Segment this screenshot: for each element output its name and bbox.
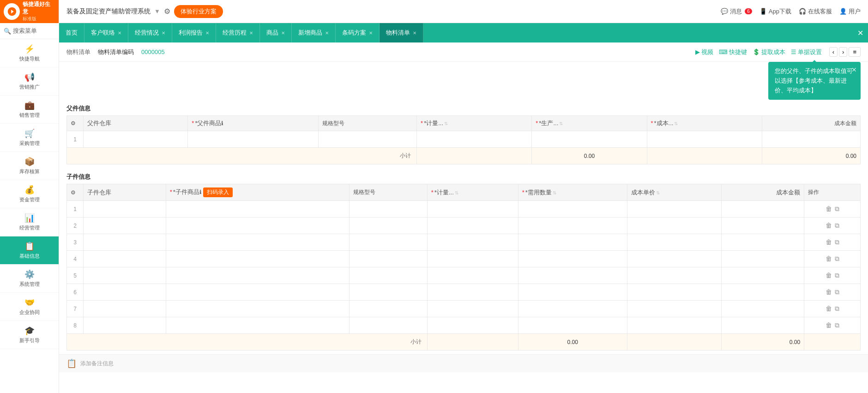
child-warehouse-4[interactable]	[84, 251, 166, 267]
child-unit-cost-5[interactable]	[627, 267, 722, 284]
child-spec-8[interactable]	[350, 317, 427, 334]
cost-action[interactable]: 💲 提取成本	[753, 48, 785, 56]
copy-icon-6[interactable]: ⧉	[835, 288, 839, 296]
copy-icon-5[interactable]: ⧉	[835, 272, 839, 279]
sidebar-item-finance[interactable]: 💰 资金管理	[0, 180, 59, 208]
child-unit-cost-6[interactable]	[627, 284, 722, 301]
child-spec-6[interactable]	[350, 284, 427, 301]
child-spec-4[interactable]	[350, 251, 427, 267]
delete-icon-8[interactable]: 🗑	[826, 321, 832, 329]
child-qty-8[interactable]	[518, 317, 627, 334]
menu-btn[interactable]: ≡	[849, 47, 861, 57]
tab-bom[interactable]: 物料清单 ✕	[380, 23, 423, 42]
view-action[interactable]: ▶ 视频	[695, 48, 713, 56]
child-unit-cost-1[interactable]	[627, 201, 722, 218]
tab-operations[interactable]: 经营情况 ✕	[128, 23, 172, 42]
parent-cost-1[interactable]	[647, 131, 762, 148]
scan-button[interactable]: 扫码录入	[203, 187, 233, 197]
child-product-1[interactable]	[166, 201, 350, 218]
child-warehouse-8[interactable]	[84, 317, 166, 334]
child-unit-8[interactable]	[427, 317, 518, 334]
child-warehouse-3[interactable]	[84, 234, 166, 251]
child-unit-cost-7[interactable]	[627, 301, 722, 317]
sidebar-item-collab[interactable]: 🤝 企业协同	[0, 293, 59, 321]
child-product-4[interactable]	[166, 251, 350, 267]
tab-history[interactable]: 经营历程 ✕	[216, 23, 260, 42]
child-qty-5[interactable]	[518, 267, 627, 284]
child-unit-cost-8[interactable]	[627, 317, 722, 334]
parent-warehouse-1[interactable]	[84, 131, 188, 148]
tab-bom-close[interactable]: ✕	[413, 30, 416, 36]
child-unit-6[interactable]	[427, 284, 518, 301]
parent-product-1[interactable]	[188, 131, 319, 148]
tab-barcode[interactable]: 条码方案 ✕	[336, 23, 380, 42]
child-spec-5[interactable]	[350, 267, 427, 284]
parent-spec-1[interactable]	[318, 131, 416, 148]
child-product-7[interactable]	[166, 301, 350, 317]
tab-product[interactable]: 商品 ✕	[260, 23, 292, 42]
delete-icon-5[interactable]: 🗑	[826, 272, 832, 279]
child-warehouse-5[interactable]	[84, 267, 166, 284]
breadcrumb-item[interactable]: 物料清单	[66, 48, 90, 56]
child-unit-cost-4[interactable]	[627, 251, 722, 267]
sidebar-item-guide[interactable]: 🎓 新手引导	[0, 321, 59, 349]
tab-history-close[interactable]: ✕	[249, 30, 253, 36]
delete-icon-3[interactable]: 🗑	[826, 238, 832, 246]
child-qty-3[interactable]	[518, 234, 627, 251]
copy-icon-4[interactable]: ⧉	[835, 255, 839, 263]
child-product-2[interactable]	[166, 218, 350, 234]
sidebar-item-marketing[interactable]: 📢 营销推广	[0, 67, 59, 96]
delete-icon-6[interactable]: 🗑	[826, 288, 832, 296]
copy-icon-3[interactable]: ⧉	[835, 238, 839, 246]
sidebar-item-inventory[interactable]: 📦 库存核算	[0, 152, 59, 180]
close-all-tabs[interactable]: ✕	[853, 29, 868, 37]
child-unit-3[interactable]	[427, 234, 518, 251]
sidebar-item-sales[interactable]: 💼 销售管理	[0, 96, 59, 124]
child-spec-2[interactable]	[350, 218, 427, 234]
user-action[interactable]: 👤 用户	[839, 7, 861, 16]
child-unit-cost-2[interactable]	[627, 218, 722, 234]
child-qty-4[interactable]	[518, 251, 627, 267]
tab-barcode-close[interactable]: ✕	[369, 30, 373, 36]
tab-profit[interactable]: 利润报告 ✕	[172, 23, 216, 42]
tab-customer[interactable]: 客户联络 ✕	[84, 23, 128, 42]
copy-icon-2[interactable]: ⧉	[835, 222, 839, 230]
sidebar-item-quick[interactable]: ⚡ 快捷导航	[0, 39, 59, 67]
child-product-5[interactable]	[166, 267, 350, 284]
tab-home[interactable]: 首页	[59, 23, 84, 42]
shortcut-action[interactable]: ⌨ 快捷键	[719, 48, 747, 56]
app-download-action[interactable]: 📱 App下载	[760, 7, 791, 16]
child-product-6[interactable]	[166, 284, 350, 301]
child-th-settings[interactable]: ⚙	[67, 184, 84, 201]
child-unit-1[interactable]	[427, 201, 518, 218]
sidebar-item-business[interactable]: 📊 经营管理	[0, 208, 59, 236]
delete-icon-7[interactable]: 🗑	[826, 305, 832, 313]
trial-button[interactable]: 体验行业方案	[174, 5, 223, 18]
tab-customer-close[interactable]: ✕	[118, 30, 121, 36]
settings-action[interactable]: ☰ 单据设置	[791, 48, 822, 56]
child-unit-7[interactable]	[427, 301, 518, 317]
child-product-3[interactable]	[166, 234, 350, 251]
copy-icon-1[interactable]: ⧉	[835, 205, 839, 213]
child-warehouse-6[interactable]	[84, 284, 166, 301]
child-unit-2[interactable]	[427, 218, 518, 234]
next-page-btn[interactable]: ›	[839, 47, 847, 57]
prev-page-btn[interactable]: ‹	[829, 47, 838, 57]
child-unit-4[interactable]	[427, 251, 518, 267]
child-warehouse-7[interactable]	[84, 301, 166, 317]
tab-product-close[interactable]: ✕	[281, 30, 285, 36]
parent-produce-1[interactable]	[532, 131, 647, 148]
child-product-8[interactable]	[166, 317, 350, 334]
child-warehouse-2[interactable]	[84, 218, 166, 234]
tab-operations-close[interactable]: ✕	[162, 30, 165, 36]
child-spec-3[interactable]	[350, 234, 427, 251]
parent-unit-1[interactable]	[417, 131, 532, 148]
message-action[interactable]: 💬 消息 6	[721, 7, 752, 16]
child-spec-7[interactable]	[350, 301, 427, 317]
sidebar-item-system[interactable]: ⚙️ 系统管理	[0, 265, 59, 293]
copy-icon-7[interactable]: ⧉	[835, 305, 839, 313]
sidebar-item-purchase[interactable]: 🛒 采购管理	[0, 124, 59, 152]
sidebar-item-basic[interactable]: 📋 基础信息	[0, 236, 59, 265]
tab-profit-close[interactable]: ✕	[205, 30, 209, 36]
parent-th-settings[interactable]: ⚙	[67, 116, 84, 131]
